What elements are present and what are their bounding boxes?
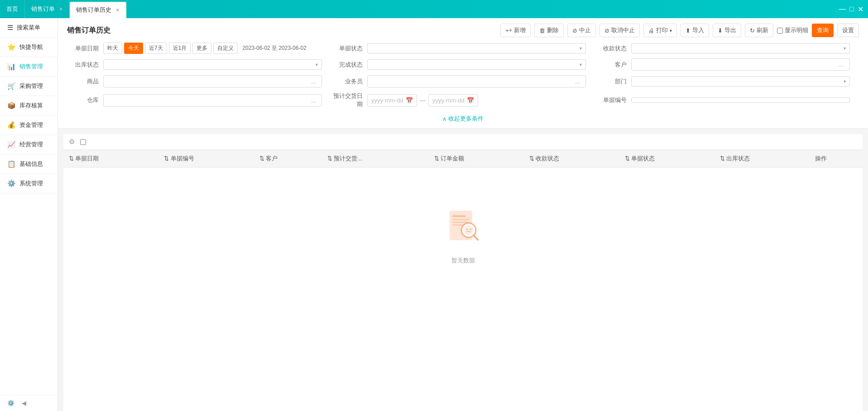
sidebar-bottom-settings-icon[interactable]: ⚙️ [7, 400, 14, 406]
delete-button[interactable]: 🗑 删除 [534, 24, 564, 37]
topbar-close-icon[interactable]: ✕ [858, 5, 863, 14]
sidebar-item-system[interactable]: ⚙️ 系统管理 [0, 174, 58, 193]
sidebar-item-inventory[interactable]: 📦 库存核算 [0, 96, 58, 116]
sidebar-item-quick-nav[interactable]: ⭐ 快捷导航 [0, 38, 58, 57]
finance-icon: 💰 [7, 121, 16, 129]
filter-row-1: 单据日期 昨天 今天 近7天 近1月 更多 自定义 2023-06-02 至 2… [67, 43, 859, 54]
warehouse-control: ... [103, 94, 322, 106]
import-button[interactable]: ⬆ 导入 [681, 24, 709, 37]
th-expected-delivery[interactable]: ⇅ 预计交货... [322, 150, 429, 168]
tab-sales-order-history[interactable]: 销售订单历史 ✕ [70, 2, 126, 18]
sidebar-bottom-collapse-icon[interactable]: ◀ [22, 400, 26, 406]
last7days-btn[interactable]: 近7天 [145, 43, 167, 54]
filter-section: 销售订单历史 + + 新增 🗑 删除 ⊘ 中止 ⊘ [58, 18, 868, 129]
svg-line-7 [474, 235, 478, 240]
th-date[interactable]: ⇅ 单据日期 [63, 150, 158, 168]
customer-ellipsis[interactable]: ... [837, 61, 846, 68]
today-btn[interactable]: 今天 [124, 43, 143, 54]
payment-status-control: ▾ [631, 43, 850, 53]
sidebar-item-sales-mgmt[interactable]: 📊 销售管理 [0, 57, 58, 77]
empty-state: 暂无数据 [63, 168, 863, 292]
product-input[interactable]: ... [103, 75, 322, 87]
topbar-minimize-icon[interactable]: — [839, 5, 846, 13]
stop-icon: ⊘ [572, 27, 577, 34]
payment-status-select[interactable]: ▾ [631, 43, 850, 53]
svg-point-8 [466, 229, 468, 230]
expected-delivery-label: 预计交货日期 [331, 92, 367, 108]
table-header: ⇅ 单据日期 ⇅ 单据编号 ⇅ 客户 [63, 150, 863, 168]
settings-button[interactable]: 设置 [837, 24, 859, 37]
sidebar-item-basic-info[interactable]: 📋 基础信息 [0, 155, 58, 174]
completion-status-select[interactable]: ▾ [367, 59, 586, 70]
status-filter-label: 单据状态 [331, 44, 367, 53]
salesperson-ellipsis[interactable]: ... [573, 78, 582, 85]
th-doc-status[interactable]: ⇅ 单据状态 [619, 150, 715, 168]
show-details-checkbox[interactable]: 显示明细 [777, 26, 808, 34]
new-button[interactable]: + + 新增 [500, 24, 531, 37]
cancel-stop-icon: ⊘ [604, 27, 609, 34]
th-number[interactable]: ⇅ 单据编号 [158, 150, 254, 168]
customer-input[interactable]: ... [631, 58, 850, 71]
collapse-button[interactable]: ∧ 收起更多条件 [442, 115, 484, 123]
print-arrow-icon: ▾ [670, 28, 672, 33]
department-select[interactable]: ▾ [631, 76, 850, 87]
payment-status-arrow: ▾ [844, 46, 846, 51]
th-order-amount[interactable]: ⇅ 订单金额 [429, 150, 524, 168]
refresh-icon: ↻ [750, 27, 755, 34]
tab-sales-order-close[interactable]: ✕ [59, 6, 63, 12]
refresh-button[interactable]: ↻ 刷新 [745, 24, 773, 37]
payment-status-label: 收款状态 [595, 44, 631, 53]
delivery-status-control: ▾ [103, 59, 322, 70]
warehouse-input[interactable]: ... [103, 94, 322, 106]
query-button[interactable]: 查询 [812, 24, 834, 37]
tab-sales-order[interactable]: 销售订单 ✕ [25, 0, 70, 18]
expected-delivery-end[interactable]: yyyy-mm-dd 📅 [428, 94, 478, 106]
custom-btn[interactable]: 自定义 [213, 43, 238, 54]
sidebar-item-finance[interactable]: 💰 资金管理 [0, 116, 58, 135]
toolbar: + + 新增 🗑 删除 ⊘ 中止 ⊘ 取消中止 [500, 24, 859, 37]
sidebar-item-purchase-mgmt[interactable]: 🛒 采购管理 [0, 77, 58, 96]
table-container: ⚙ ⇅ 单据日期 ⇅ 单据编号 [63, 134, 863, 411]
product-ellipsis[interactable]: ... [309, 78, 318, 85]
calendar-end-icon[interactable]: 📅 [467, 97, 474, 104]
tab-home[interactable]: 首页 [0, 0, 25, 18]
export-icon: ⬇ [718, 27, 723, 34]
delivery-status-select[interactable]: ▾ [103, 59, 322, 70]
data-table: ⇅ 单据日期 ⇅ 单据编号 ⇅ 客户 [63, 150, 863, 168]
topbar-maximize-icon[interactable]: □ [849, 5, 854, 13]
collapse-row: ∧ 收起更多条件 [67, 113, 859, 123]
salesperson-label: 业务员 [331, 77, 367, 86]
th-delivery-status[interactable]: ⇅ 出库状态 [715, 150, 810, 168]
completion-status-label: 完成状态 [331, 61, 367, 69]
salesperson-input[interactable]: ... [367, 75, 586, 87]
delete-icon: 🗑 [539, 27, 545, 34]
more-btn[interactable]: 更多 [192, 43, 211, 54]
sidebar-bottom: ⚙️ ◀ [0, 395, 58, 411]
show-details-input[interactable] [777, 28, 783, 34]
th-customer[interactable]: ⇅ 客户 [254, 150, 322, 168]
customer-label: 客户 [595, 61, 631, 69]
last1month-btn[interactable]: 近1月 [169, 43, 191, 54]
th-payment-status[interactable]: ⇅ 收款状态 [524, 150, 619, 168]
doc-number-label: 单据编号 [595, 96, 631, 104]
doc-number-input[interactable] [631, 97, 850, 103]
warehouse-ellipsis[interactable]: ... [309, 97, 318, 104]
warehouse-label: 仓库 [67, 96, 103, 104]
date-filter-control: 昨天 今天 近7天 近1月 更多 自定义 2023-06-02 至 2023-0… [103, 43, 322, 54]
cancel-stop-button[interactable]: ⊘ 取消中止 [599, 24, 640, 37]
yesterday-btn[interactable]: 昨天 [103, 43, 122, 54]
table-settings-icon[interactable]: ⚙ [69, 138, 75, 146]
sidebar-item-operations[interactable]: 📈 经营管理 [0, 135, 58, 155]
top-bar: 首页 销售订单 ✕ 销售订单历史 ✕ — □ ✕ [0, 0, 868, 18]
collapse-arrow-icon: ∧ [442, 116, 447, 122]
select-all-checkbox[interactable] [80, 139, 86, 145]
export-button[interactable]: ⬇ 导出 [713, 24, 741, 37]
print-button[interactable]: 🖨 打印 ▾ [643, 24, 677, 37]
calendar-start-icon[interactable]: 📅 [406, 97, 413, 104]
operations-icon: 📈 [7, 140, 16, 149]
status-select[interactable]: ▾ [367, 43, 586, 53]
sidebar-item-search-menu[interactable]: ☰ 搜索菜单 [0, 18, 58, 38]
expected-delivery-start[interactable]: yyyy-mm-dd 📅 [367, 94, 417, 106]
stop-button[interactable]: ⊘ 中止 [567, 24, 596, 37]
tab-sales-order-history-close[interactable]: ✕ [115, 7, 120, 13]
